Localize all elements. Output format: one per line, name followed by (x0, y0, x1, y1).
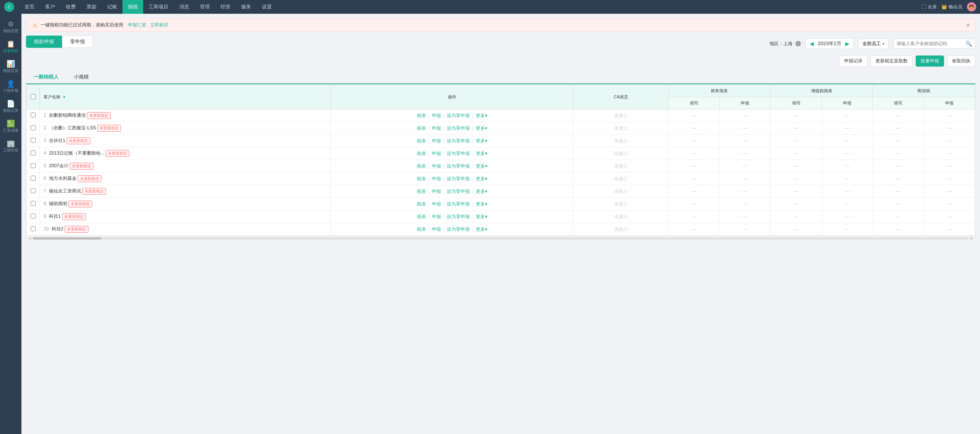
sidebar-item-tax-record[interactable]: 📄 报税记录 (0, 96, 21, 116)
declare-link[interactable]: 申报 (432, 201, 441, 207)
nav-business[interactable]: 工商项目 (143, 0, 174, 14)
zero-declare-link[interactable]: 设为零申报 (447, 138, 470, 144)
fullscreen-button[interactable]: ⛶ 全屏 (921, 4, 937, 10)
row-checkbox[interactable] (31, 113, 36, 117)
more-link[interactable]: 更多▾ (476, 214, 487, 220)
record-icon: 📄 (7, 100, 15, 107)
tax-form-link[interactable]: 税表 (417, 125, 426, 132)
row-checkbox[interactable] (31, 201, 36, 206)
tax-form-link[interactable]: 税表 (417, 214, 426, 220)
sidebar-item-personal-tax[interactable]: 👤 个税申报 (0, 77, 21, 96)
tab-small-scale[interactable]: 小规模 (66, 70, 96, 84)
sidebar-item-settlement[interactable]: 💹 汇算清缴 (0, 116, 21, 136)
nav-message[interactable]: 消息 (174, 0, 194, 14)
update-tax-button[interactable]: 更新税定及取数 (871, 55, 913, 67)
operation-cell: 税表 | 申报 | 设为零申报 | 更多▾ (331, 173, 573, 185)
status-badge: 未更新税定 (69, 201, 92, 207)
batch-declare-button[interactable]: 批量申报 (916, 55, 944, 67)
declare-link[interactable]: 申报 (432, 176, 441, 182)
zero-declare-link[interactable]: 设为零申报 (447, 201, 470, 207)
more-link[interactable]: 更多▾ (476, 188, 487, 195)
nav-accounting[interactable]: 记账 (102, 0, 122, 14)
tax-form-link[interactable]: 税表 (417, 188, 426, 195)
nav-invoice[interactable]: 票据 (81, 0, 102, 14)
row-checkbox[interactable] (31, 163, 36, 168)
sidebar-item-batch-tax[interactable]: 📋 批量报税 (0, 37, 21, 57)
tax-form-link[interactable]: 税表 (417, 163, 426, 170)
prev-month-button[interactable]: ◀ (810, 41, 814, 47)
row-checkbox[interactable] (31, 138, 36, 143)
declaration-record-button[interactable]: 申报记录 (839, 55, 867, 67)
zero-declare-link[interactable]: 设为零申报 (447, 226, 470, 233)
app-logo[interactable]: C (4, 2, 15, 12)
horizontal-scrollbar[interactable]: ◀ ▶ (26, 236, 975, 240)
next-month-button[interactable]: ▶ (845, 41, 849, 47)
row-checkbox[interactable] (31, 176, 36, 181)
banner-link-report[interactable]: 申报汇签 (128, 22, 146, 28)
tab-general-taxpayer[interactable]: 一般纳税人 (26, 70, 66, 84)
sort-icon[interactable]: ▾ (63, 95, 65, 99)
scroll-thumb[interactable] (33, 237, 101, 240)
sidebar-item-tax-overview[interactable]: 📊 报税总览 (0, 57, 21, 77)
zero-declare-link[interactable]: 设为零申报 (447, 176, 470, 182)
declare-link[interactable]: 申报 (432, 125, 441, 132)
nav-tax[interactable]: 报税 (122, 0, 143, 14)
more-link[interactable]: 更多▾ (476, 176, 487, 182)
zero-declare-link[interactable]: 设为零申报 (447, 125, 470, 132)
nav-home[interactable]: 首页 (19, 0, 40, 14)
collect-receipt-button[interactable]: 收取回执 (947, 55, 975, 67)
row-checkbox[interactable] (31, 226, 36, 231)
tax-form-link[interactable]: 税表 (417, 226, 426, 233)
more-link[interactable]: 更多▾ (476, 163, 487, 170)
nav-service[interactable]: 服务 (236, 0, 256, 14)
row-checkbox[interactable] (31, 214, 36, 219)
row-checkbox[interactable] (31, 125, 36, 130)
declare-link[interactable]: 申报 (432, 214, 441, 220)
more-link[interactable]: 更多▾ (476, 226, 487, 233)
declare-link[interactable]: 申报 (432, 188, 441, 195)
declare-link[interactable]: 申报 (432, 150, 441, 157)
more-link[interactable]: 更多▾ (476, 125, 487, 132)
banner-link-buy[interactable]: 立即购买 (150, 22, 168, 28)
declare-link[interactable]: 申报 (432, 113, 441, 119)
tax-form-link[interactable]: 税表 (417, 138, 426, 144)
sidebar-item-annual-report[interactable]: 🏢 工商年报 (0, 136, 21, 156)
row-checkbox[interactable] (31, 188, 36, 193)
zero-declare-link[interactable]: 设为零申报 (447, 188, 470, 195)
tax-form-link[interactable]: 税表 (417, 201, 426, 207)
nav-settings[interactable]: 设置 (256, 0, 277, 14)
zero-declare-link[interactable]: 设为零申报 (447, 214, 470, 220)
row-checkbox-cell (27, 147, 40, 160)
tab-zero-declaration[interactable]: 零申报 (62, 36, 93, 48)
zero-declare-link[interactable]: 设为零申报 (447, 163, 470, 170)
tax-form-link[interactable]: 税表 (417, 176, 426, 182)
tax-form-link[interactable]: 税表 (417, 150, 426, 157)
more-link[interactable]: 更多▾ (476, 150, 487, 157)
tab-tax-declaration[interactable]: 税款申报 (26, 36, 62, 48)
more-link[interactable]: 更多▾ (476, 201, 487, 207)
tax-form-link[interactable]: 税表 (417, 113, 426, 119)
info-icon[interactable]: i (795, 41, 801, 46)
declare-link[interactable]: 申报 (432, 226, 441, 233)
row-checkbox[interactable] (31, 150, 36, 155)
more-link[interactable]: 更多▾ (476, 138, 487, 144)
banner-close-button[interactable]: ✕ (966, 22, 970, 28)
addtax-fill-cell: — (873, 122, 924, 135)
zero-declare-link[interactable]: 设为零申报 (447, 150, 470, 157)
user-avatar[interactable]: 🧑 (967, 2, 976, 11)
more-link[interactable]: 更多▾ (476, 113, 487, 119)
sidebar-item-tax-settings[interactable]: ⚙ 报税设置 (0, 17, 21, 37)
zero-declare-link[interactable]: 设为零申报 (447, 113, 470, 119)
declare-link[interactable]: 申报 (432, 138, 441, 144)
nav-operation[interactable]: 经营 (215, 0, 236, 14)
employee-filter-dropdown[interactable]: 全部员工 ▾ (858, 39, 889, 49)
declare-link[interactable]: 申报 (432, 163, 441, 170)
search-icon[interactable]: 🔍 (965, 41, 972, 47)
name-header: 客户名称 ▾ (40, 85, 331, 109)
nav-customer[interactable]: 客户 (40, 0, 60, 14)
select-all-checkbox[interactable] (31, 94, 36, 99)
nav-billing[interactable]: 收费 (60, 0, 81, 14)
nav-admin[interactable]: 管理 (194, 0, 215, 14)
member-button[interactable]: 👑 畅会员 (941, 4, 962, 10)
search-input[interactable] (897, 41, 965, 46)
